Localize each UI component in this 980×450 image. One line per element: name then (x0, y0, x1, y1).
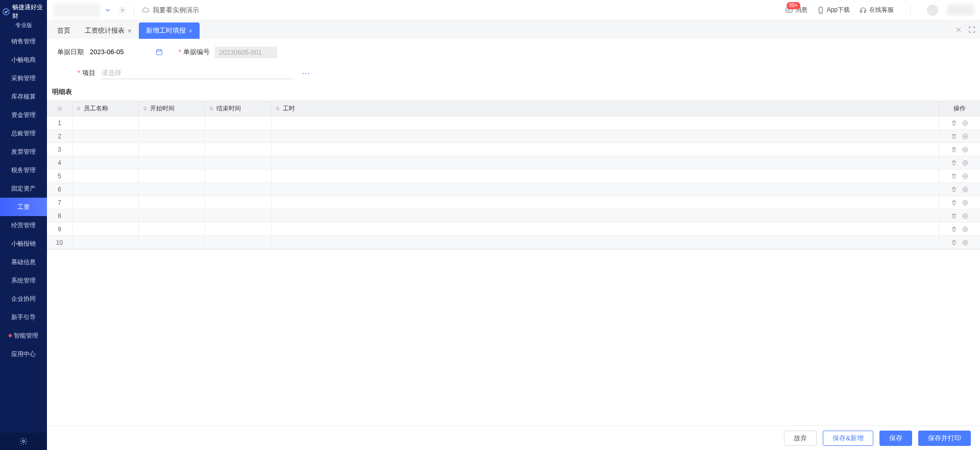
cell-hours[interactable] (272, 156, 939, 169)
cell-employee[interactable] (72, 223, 139, 235)
cell-hours[interactable] (272, 209, 939, 222)
cell-end[interactable] (205, 170, 272, 182)
sidebar-item-1[interactable]: 小畅电商 (0, 51, 47, 69)
messages-button[interactable]: 99+ 消息 (785, 6, 807, 14)
cell-end[interactable] (205, 143, 272, 156)
col-hours[interactable]: 工时 (272, 101, 939, 116)
close-icon[interactable]: × (128, 27, 132, 35)
cell-start[interactable] (139, 209, 205, 222)
save-button[interactable]: 保存 (879, 431, 912, 446)
cell-hours[interactable] (272, 223, 939, 235)
cell-start[interactable] (139, 130, 205, 143)
sidebar-item-5[interactable]: 总账管理 (0, 124, 47, 143)
cell-end[interactable] (205, 183, 272, 196)
project-picker-button[interactable]: ⋯ (300, 68, 312, 78)
close-all-icon[interactable] (954, 26, 963, 34)
sidebar-item-12[interactable]: 基础信息 (0, 253, 47, 271)
column-settings[interactable] (47, 101, 72, 116)
close-icon[interactable]: × (189, 27, 193, 35)
sidebar-item-8[interactable]: 固定资产 (0, 179, 47, 198)
cell-end[interactable] (205, 116, 272, 129)
sidebar-item-4[interactable]: 资金管理 (0, 106, 47, 124)
delete-icon[interactable] (950, 199, 958, 206)
calendar-icon[interactable] (155, 48, 163, 56)
sidebar-item-9[interactable]: 工资 (0, 198, 47, 216)
col-employee[interactable]: 员工名称 (72, 101, 139, 116)
cell-start[interactable] (139, 170, 205, 182)
cell-employee[interactable] (72, 183, 139, 196)
sidebar-item-15[interactable]: 新手引导 (0, 308, 47, 326)
fullscreen-icon[interactable] (968, 26, 976, 34)
cell-end[interactable] (205, 236, 272, 249)
online-service-button[interactable]: 在线客服 (859, 6, 894, 14)
demo-link[interactable]: 我要看实例演示 (141, 6, 199, 15)
delete-icon[interactable] (950, 159, 958, 167)
sidebar-item-16[interactable]: 智能管理 (0, 326, 47, 345)
sidebar-item-17[interactable]: 应用中心 (0, 345, 47, 363)
cell-start[interactable] (139, 236, 205, 249)
cell-start[interactable] (139, 183, 205, 196)
cell-end[interactable] (205, 196, 272, 209)
date-input[interactable] (89, 46, 150, 58)
cell-hours[interactable] (272, 116, 939, 129)
cell-hours[interactable] (272, 196, 939, 209)
cell-end[interactable] (205, 223, 272, 235)
sidebar-item-2[interactable]: 采购管理 (0, 69, 47, 87)
tab-1[interactable]: 工资统计报表× (78, 22, 139, 39)
cell-hours[interactable] (272, 170, 939, 182)
delete-icon[interactable] (950, 173, 958, 180)
sidebar-item-3[interactable]: 库存核算 (0, 87, 47, 106)
cell-employee[interactable] (72, 143, 139, 156)
delete-icon[interactable] (950, 120, 958, 127)
cell-start[interactable] (139, 196, 205, 209)
cell-start[interactable] (139, 223, 205, 235)
cell-start[interactable] (139, 143, 205, 156)
company-settings-icon[interactable] (118, 6, 127, 14)
sidebar-item-6[interactable]: 发票管理 (0, 143, 47, 161)
delete-icon[interactable] (950, 133, 958, 140)
add-row-icon[interactable] (962, 239, 969, 246)
add-row-icon[interactable] (962, 146, 969, 153)
cell-start[interactable] (139, 116, 205, 129)
cell-hours[interactable] (272, 130, 939, 143)
delete-icon[interactable] (950, 146, 958, 153)
cell-employee[interactable] (72, 209, 139, 222)
cell-hours[interactable] (272, 143, 939, 156)
sidebar-item-10[interactable]: 经营管理 (0, 216, 47, 234)
discard-button[interactable]: 放弃 (784, 431, 817, 446)
col-end[interactable]: 结束时间 (205, 101, 272, 116)
app-download-button[interactable]: App下载 (817, 6, 850, 14)
tab-2[interactable]: 新增工时填报× (139, 22, 200, 39)
sidebar-item-13[interactable]: 系统管理 (0, 271, 47, 290)
company-selector[interactable] (53, 4, 127, 17)
sidebar-item-0[interactable]: 销售管理 (0, 32, 47, 51)
cell-hours[interactable] (272, 236, 939, 249)
sidebar-item-7[interactable]: 税务管理 (0, 161, 47, 179)
cell-end[interactable] (205, 156, 272, 169)
sidebar-settings[interactable] (0, 433, 47, 450)
project-input[interactable] (101, 67, 295, 79)
delete-icon[interactable] (950, 212, 958, 220)
sidebar-item-11[interactable]: 小畅报销 (0, 234, 47, 253)
add-row-icon[interactable] (962, 199, 969, 206)
add-row-icon[interactable] (962, 212, 969, 220)
tab-0[interactable]: 首页 (50, 22, 78, 39)
delete-icon[interactable] (950, 239, 958, 246)
delete-icon[interactable] (950, 186, 958, 193)
delete-icon[interactable] (950, 226, 958, 233)
cell-employee[interactable] (72, 130, 139, 143)
cell-end[interactable] (205, 130, 272, 143)
cell-employee[interactable] (72, 116, 139, 129)
save-print-button[interactable]: 保存并打印 (918, 431, 971, 446)
add-row-icon[interactable] (962, 159, 969, 167)
add-row-icon[interactable] (962, 186, 969, 193)
add-row-icon[interactable] (962, 173, 969, 180)
cell-end[interactable] (205, 209, 272, 222)
cell-employee[interactable] (72, 236, 139, 249)
cell-employee[interactable] (72, 170, 139, 182)
add-row-icon[interactable] (962, 226, 969, 233)
cell-employee[interactable] (72, 196, 139, 209)
add-row-icon[interactable] (962, 120, 969, 127)
col-start[interactable]: 开始时间 (139, 101, 205, 116)
cell-start[interactable] (139, 156, 205, 169)
